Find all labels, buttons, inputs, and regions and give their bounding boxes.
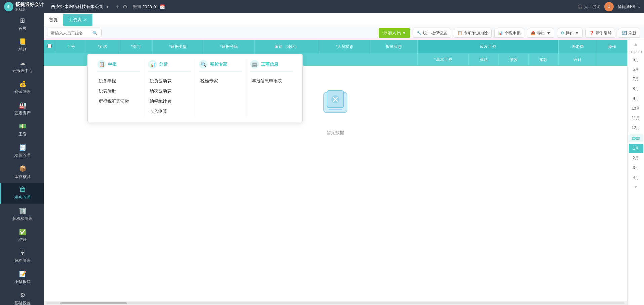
menu-item-income-est[interactable]: 收入测算 — [148, 106, 191, 116]
cal-nav-up[interactable]: ▲ — [629, 40, 643, 48]
tab-home[interactable]: 首页 — [44, 14, 63, 26]
sidebar-item-fund[interactable]: 💰 资金管理 — [0, 77, 44, 98]
sidebar-item-ledger[interactable]: 📒 总账 — [0, 35, 44, 56]
sidebar-item-home[interactable]: ⊞ 首页 — [0, 13, 44, 35]
search-input-wrapper[interactable]: 🔍 — [48, 29, 102, 37]
sidebar-item-multi[interactable]: 🏢 多机构管理 — [0, 204, 44, 225]
top-right: 🎧 人工咨询 U 畅捷通B组... — [578, 2, 640, 11]
menu-item-tax-expert[interactable]: 税检专家 — [199, 76, 242, 86]
social-security-button[interactable]: 🔧 统一社保设置 — [413, 29, 451, 38]
main-content: 首页 工资表 ✕ 🔍 添加人员 ▼ 🔧 统一社保设置 📋 专 — [44, 13, 644, 305]
headset-icon: 🎧 — [578, 4, 583, 9]
menu-item-tax-report[interactable]: 税务申报 — [97, 76, 140, 86]
guide-button[interactable]: ❓ 新手引导 — [585, 29, 615, 38]
th-checkbox[interactable] — [44, 40, 56, 53]
operate-label: 操作 — [566, 30, 574, 36]
th-submit-status: 报送状态 — [370, 40, 418, 53]
table-container[interactable]: 工号 *姓名 *部门 *证据类型 *证据号码 国籍（地区） *人员状态 报送状态… — [44, 40, 627, 301]
app-subtitle: 旗舰版 — [15, 7, 44, 12]
export-button[interactable]: 📤 导出 ▼ — [527, 29, 554, 38]
table-area: 工号 *姓名 *部门 *证据类型 *证据号码 国籍（地区） *人员状态 报送状态… — [44, 40, 627, 305]
company-name: 西安虾米网络科技有限公司 — [51, 4, 104, 10]
scrollbar-thumb[interactable] — [60, 302, 127, 304]
sidebar-item-settings[interactable]: ⚙ 基础设置 — [0, 288, 44, 305]
cal-month-6[interactable]: 6月 — [629, 65, 643, 74]
th-total: 合计 — [558, 53, 597, 66]
cal-month-7[interactable]: 7月 — [629, 74, 643, 84]
cal-month-8[interactable]: 8月 — [629, 84, 643, 94]
th-operation: 操作 — [597, 40, 627, 53]
export-dropdown-icon: ▼ — [546, 31, 551, 35]
th-status: *人员状态 — [319, 40, 370, 53]
cal-month-10[interactable]: 10月 — [629, 104, 643, 113]
cal-month-12[interactable]: 12月 — [629, 123, 643, 133]
tab-bar: 首页 工资表 ✕ — [44, 13, 644, 26]
add-person-label: 添加人员 — [383, 30, 401, 36]
refresh-button[interactable]: 🔄 刷新 — [618, 29, 640, 38]
tab-close-icon[interactable]: ✕ — [84, 17, 87, 22]
cal-month-4[interactable]: 4月 — [629, 173, 643, 183]
gongshang-icon: 🏢 — [250, 60, 259, 69]
user-name[interactable]: 畅捷通B组... — [618, 4, 640, 10]
calendar-sidebar: ▲ 2023.01 5月 6月 7月 8月 9月 10月 11月 12月 202… — [627, 40, 644, 305]
sidebar-label-invoice: 发票管理 — [14, 153, 31, 158]
search-icon: 🔍 — [92, 31, 98, 35]
empty-text: 暂无数据 — [327, 130, 344, 136]
service-button[interactable]: 🎧 人工咨询 — [578, 4, 600, 10]
sidebar-item-asset[interactable]: 🏭 固定资产 — [0, 98, 44, 119]
menu-item-tax-table[interactable]: 税表清册 — [97, 86, 140, 96]
sidebar-item-inventory[interactable]: 📦 库存核算 — [0, 162, 44, 183]
sidebar-item-tax[interactable]: 🏛 税务管理 — [0, 183, 44, 204]
cal-year-prev: 2023.01 — [629, 48, 643, 55]
add-person-button[interactable]: 添加人员 ▼ — [379, 28, 410, 38]
cal-month-9[interactable]: 9月 — [629, 94, 643, 104]
horizontal-scrollbar[interactable] — [44, 301, 627, 305]
th-cert-num: *证据号码 — [203, 40, 254, 53]
settings-icon[interactable]: ⚙ — [123, 4, 127, 10]
cal-month-2[interactable]: 2月 — [629, 153, 643, 163]
special-icon: 📋 — [457, 31, 462, 35]
tab-salary[interactable]: 工资表 ✕ — [63, 14, 93, 26]
sidebar-item-archive[interactable]: 🗄 归档管理 — [0, 246, 44, 267]
cal-month-3[interactable]: 3月 — [629, 163, 643, 173]
shenba-title: 申报 — [108, 61, 117, 67]
operate-button[interactable]: ⚙ 操作 ▼ — [557, 29, 583, 38]
sidebar-label-asset: 固定资产 — [14, 110, 31, 116]
sidebar-label-period: 结账 — [18, 237, 27, 243]
menu-item-tax-burden[interactable]: 税负波动表 — [148, 76, 191, 86]
app-logo: ⊕ 畅捷通好会计 旗舰版 — [4, 2, 48, 12]
th-base-salary: *基本工资 — [418, 53, 468, 66]
fenxi-title: 分析 — [159, 61, 168, 67]
sidebar-item-salary[interactable]: 💵 工资 — [0, 119, 44, 141]
gongshang-title: 工商信息 — [261, 61, 278, 67]
archive-icon: 🗄 — [20, 250, 26, 257]
cal-year-2023-marker: 2023 — [629, 134, 643, 142]
search-input[interactable] — [51, 31, 91, 35]
add-company-icon[interactable]: ＋ — [115, 3, 120, 10]
special-deduction-button[interactable]: 📋 专项附加扣除 — [454, 29, 492, 38]
cal-month-1[interactable]: 1月 — [629, 144, 643, 153]
sidebar-label-cloud: 云报表中心 — [12, 68, 33, 74]
fenxi-icon: 📊 — [148, 60, 157, 69]
cal-nav-down[interactable]: ▼ — [629, 183, 643, 191]
menu-item-annual-report[interactable]: 年报信息申报表 — [250, 76, 293, 86]
menu-item-tax-calc[interactable]: 所得税汇算清缴 — [97, 96, 140, 106]
zhuanjia-icon: 🔍 — [199, 60, 208, 69]
sidebar-item-cloud[interactable]: ☁ 云报表中心 — [0, 56, 44, 77]
cal-month-5[interactable]: 5月 — [629, 55, 643, 65]
company-selector[interactable]: 西安虾米网络科技有限公司 ▼ — [51, 4, 109, 10]
guide-label: 新手引导 — [596, 30, 612, 36]
select-all-checkbox[interactable] — [47, 44, 52, 48]
sidebar-item-invoice[interactable]: 🧾 发票管理 — [0, 141, 44, 162]
period-calendar-icon[interactable]: 📅 — [160, 4, 165, 9]
menu-item-tax-stat[interactable]: 纳税统计表 — [148, 96, 191, 106]
sidebar-item-period[interactable]: ✅ 结账 — [0, 225, 44, 246]
tax-report-button[interactable]: 📊 个税申报 — [494, 29, 524, 38]
menu-col-zhuanjia: 🔍 税检专家 税检专家 — [195, 60, 246, 116]
sidebar-item-report[interactable]: 📝 小畅报销 — [0, 267, 44, 288]
ledger-icon: 📒 — [19, 38, 26, 45]
social-label: 统一社保设置 — [423, 30, 447, 36]
menu-item-tax-wave[interactable]: 纳税波动表 — [148, 86, 191, 96]
cal-month-11[interactable]: 11月 — [629, 113, 643, 123]
th-deduction: 扣款 — [528, 53, 558, 66]
